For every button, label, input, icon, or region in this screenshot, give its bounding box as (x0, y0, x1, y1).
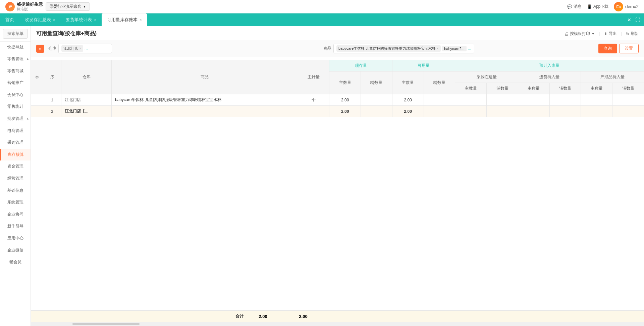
top-bar: 好 畅捷通好生意 标准版 母婴行业演示账套 ▼ 💬 消息 📱 App下载 Ea (0, 0, 644, 13)
search-menu-btn[interactable]: 搜索菜单 (3, 29, 28, 39)
warehouse-tag: 江北门店 × (61, 45, 83, 52)
sidebar-item-marketing[interactable]: 营销推广 (0, 77, 31, 89)
printer-icon: 🖨 (565, 32, 569, 36)
refresh-btn[interactable]: ↻ 刷新 (626, 31, 639, 37)
row1-pur-main (455, 94, 487, 106)
settings-btn[interactable]: 设置 (619, 44, 639, 53)
th-pur-main: 主数量 (455, 83, 487, 94)
th-warehouse: 仓库 (61, 60, 112, 94)
sidebar-item-member-center[interactable]: 会员中心 (0, 89, 31, 101)
top-bar-left: 好 畅捷通好生意 标准版 母婴行业演示账套 ▼ (5, 2, 90, 11)
export-icon: ⬆ (604, 32, 607, 36)
refresh-icon: ↻ (626, 32, 629, 36)
tab-available-inventory[interactable]: 可用量库存账本 × (102, 13, 147, 26)
row2-prod-main (581, 106, 612, 117)
row2-product (112, 106, 298, 117)
row2-pur-aux (487, 106, 518, 117)
th-stock-aux: 辅数量 (361, 72, 392, 94)
close-all-icon[interactable]: ✕ (626, 17, 633, 22)
app-download-btn[interactable]: 📱 App下载 (587, 4, 608, 9)
product-tag-1-remove[interactable]: × (437, 47, 439, 50)
row2-inc-aux (549, 106, 581, 117)
page-header: 可用量查询(按仓库+商品) 🖨 按模板打印 ▼ | ⬆ 导出 | ↻ (31, 26, 644, 40)
top-bar-right: 💬 消息 📱 App下载 Ea demo2 (567, 2, 639, 11)
app-name: 畅捷通好生意 (17, 2, 43, 7)
tab-summary-close[interactable]: × (53, 18, 55, 22)
sidebar-item-retail-stats[interactable]: 零售统计 (0, 101, 31, 113)
logo-text: 畅捷通好生意 标准版 (17, 2, 43, 11)
sidebar-item-app-center[interactable]: 应用中心 (0, 232, 31, 244)
sidebar-item-wholesale-mgmt[interactable]: 批发管理 (0, 113, 31, 125)
sidebar: 搜索菜单 快捷导航 零售管理 零售商城 营销推广 会员中心 零售统计 批发管理 … (0, 26, 31, 326)
sidebar-item-wechat[interactable]: 企业微信 (0, 244, 31, 257)
sidebar-item-finance[interactable]: 资金管理 (0, 160, 31, 173)
row1-stock-main: 2.00 (329, 94, 361, 106)
th-unit: 主计量 (298, 60, 329, 94)
sidebar-item-member[interactable]: 畅会员 (0, 256, 31, 268)
sidebar-item-retail-mall[interactable]: 零售商城 (0, 65, 31, 77)
sidebar-item-system[interactable]: 系统管理 (0, 196, 31, 208)
sidebar-item-operations[interactable]: 经营管理 (0, 173, 31, 185)
scroll-bar[interactable] (31, 322, 644, 326)
row1-pur-aux (487, 94, 518, 106)
tab-home[interactable]: 首页 (0, 13, 19, 26)
quick-nav-btn[interactable]: 快捷导航 (0, 42, 31, 53)
warehouse-filter-input[interactable]: 江北门店 × ... (58, 44, 112, 53)
sidebar-item-ecommerce[interactable]: 电商管理 (0, 125, 31, 137)
tab-order-stats-close[interactable]: × (94, 18, 96, 22)
row1-prod-aux (612, 94, 644, 106)
th-prod-main: 主数量 (581, 83, 612, 94)
query-btn[interactable]: 查询 (598, 44, 617, 53)
print-btn[interactable]: 🖨 按模板打印 ▼ (565, 31, 595, 37)
row1-avail-main: 2.00 (392, 94, 424, 106)
row2-warehouse: 江北门店【... (61, 106, 112, 117)
page-container: 可用量查询(按仓库+商品) 🖨 按模板打印 ▼ | ⬆ 导出 | ↻ (31, 26, 644, 326)
row1-warehouse: 江北门店 (61, 94, 112, 106)
message-btn[interactable]: 💬 消息 (567, 4, 582, 9)
warehouse-more-btn[interactable]: ... (85, 46, 88, 51)
tab-available-inventory-close[interactable]: × (140, 18, 142, 22)
tab-order-stats[interactable]: 要货单统计表 × (60, 13, 101, 26)
row1-settings (31, 94, 43, 106)
expand-icon: » (39, 46, 42, 51)
print-label: 按模板打印 (570, 31, 590, 37)
warehouse-filter-group: 仓库 江北门店 × ... (48, 44, 319, 53)
store-selector[interactable]: 母婴行业演示账套 ▼ (46, 2, 90, 11)
sidebar-item-inventory[interactable]: 库存核算 (0, 149, 31, 161)
user-name: demo2 (625, 4, 639, 9)
row1-no: 1 (43, 94, 61, 106)
sidebar-item-enterprise[interactable]: 企业协同 (0, 208, 31, 221)
row1-stock-aux (361, 94, 392, 106)
table-row: 1 江北门店 babycare学饮杯 儿童防摔防撞吸管杯重力球吸嘴杯宝宝水杯 个… (31, 94, 644, 106)
product-more-btn[interactable]: ... (468, 46, 471, 51)
fullscreen-icon[interactable]: ⛶ (634, 17, 641, 22)
filter-expand-btn[interactable]: » (36, 45, 44, 53)
export-btn[interactable]: ⬆ 导出 (604, 31, 617, 37)
scroll-thumb[interactable] (72, 323, 140, 325)
tab-summary[interactable]: 收发存汇总表 × (19, 13, 60, 26)
row2-unit (298, 106, 329, 117)
sidebar-item-retail-mgmt[interactable]: 零售管理 (0, 53, 31, 65)
sidebar-item-purchase[interactable]: 采购管理 (0, 137, 31, 149)
sidebar-item-basic-info[interactable]: 基础信息 (0, 185, 31, 197)
th-stock-main: 主数量 (329, 72, 361, 94)
sidebar-search-section: 搜索菜单 (0, 26, 31, 42)
product-filter-input[interactable]: babycare学饮杯 儿童防摔防撞吸管杯重力球吸嘴杯宝宝水杯 × babyca… (333, 44, 474, 53)
table-container: ⚙ 序 仓库 商品 主计量 现存量 可用量 预计入库量 主数量 辅数量 (31, 57, 644, 310)
warehouse-filter-label: 仓库 (48, 46, 56, 51)
app-logo-icon: 好 (5, 2, 15, 11)
product-filter-label: 商品 (323, 46, 331, 51)
th-settings[interactable]: ⚙ (31, 60, 43, 94)
warehouse-tag-remove[interactable]: × (79, 47, 81, 50)
product-filter-group: 商品 babycare学饮杯 儿童防摔防撞吸管杯重力球吸嘴杯宝宝水杯 × bab… (323, 44, 594, 53)
tab-available-inventory-label: 可用量库存账本 (107, 17, 138, 23)
row1-product: babycare学饮杯 儿童防摔防撞吸管杯重力球吸嘴杯宝宝水杯 (112, 94, 298, 106)
tab-summary-label: 收发存汇总表 (25, 17, 51, 23)
th-incoming-group: 进货待入量 (518, 72, 581, 83)
th-prod-aux: 辅数量 (612, 83, 644, 94)
page-actions: 🖨 按模板打印 ▼ | ⬆ 导出 | ↻ 刷新 (565, 31, 639, 37)
sidebar-item-newguide[interactable]: 新手引导 (0, 220, 31, 232)
tab-order-stats-label: 要货单统计表 (66, 17, 92, 23)
user-area[interactable]: Ea demo2 (614, 2, 639, 11)
filter-actions: 查询 设置 (598, 44, 639, 53)
